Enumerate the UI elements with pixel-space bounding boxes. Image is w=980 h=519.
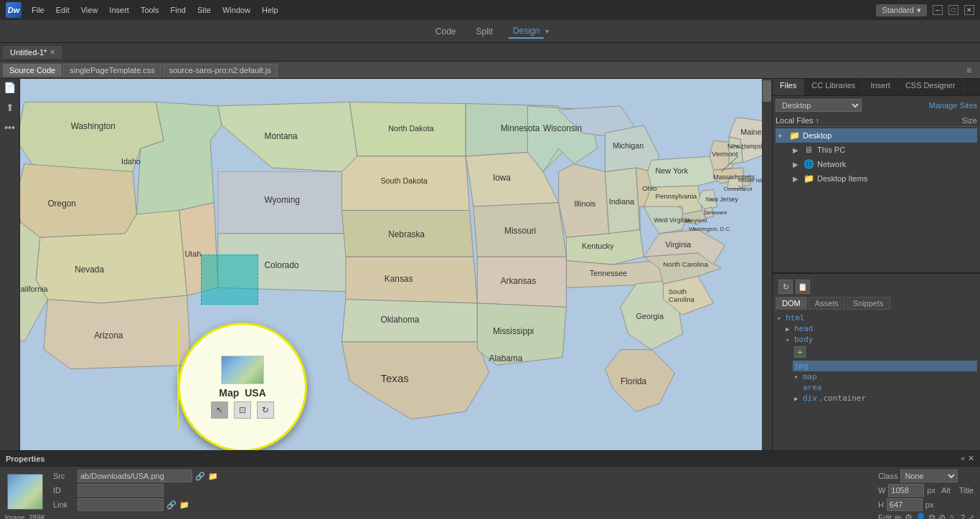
svg-text:South Dakota: South Dakota — [380, 176, 427, 185]
dom-node-div[interactable]: ▶ div .container — [793, 393, 977, 404]
edit-triangle-icon[interactable]: △ — [948, 513, 955, 519]
tree-item-desktop-items[interactable]: ▶ 📁 Desktop Items — [790, 171, 977, 186]
dom-children-map: area — [801, 382, 977, 393]
popup-circle: Map USA ↖ ⊡ ↻ — [178, 323, 307, 450]
menu-help[interactable]: Help — [258, 4, 283, 16]
manage-sites-link[interactable]: Manage Sites — [929, 101, 977, 110]
svg-text:Maine: Maine — [740, 128, 761, 136]
expand-icon[interactable]: ⤢ — [968, 513, 974, 520]
maximize-button[interactable]: □ — [948, 5, 958, 15]
tab-css-designer[interactable]: CSS Designer — [898, 79, 963, 95]
filter-icon[interactable]: ≡ — [961, 65, 977, 75]
tab-cc-libraries[interactable]: CC Libraries — [804, 79, 863, 95]
source-tab-sourcecode[interactable]: Source Code — [3, 64, 62, 77]
edit-block-icon[interactable]: ⊘ — [938, 513, 946, 519]
sidebar-dots-icon[interactable]: ••• — [3, 122, 17, 136]
dom-tab-assets[interactable]: Assets — [809, 297, 845, 310]
id-input[interactable] — [77, 484, 164, 497]
tab-untitled[interactable]: Untitled-1* ✕ — [3, 46, 63, 59]
dom-node-img[interactable]: img — [793, 361, 977, 371]
edit-settings-icon[interactable]: ⚙ — [905, 513, 913, 519]
popup-pointer-tool[interactable]: ↖ — [211, 401, 228, 419]
files-panel: Desktop Manage Sites Local Files ↑ Size … — [773, 96, 980, 272]
props-close[interactable]: ✕ — [968, 454, 974, 463]
props-class-row: Class None — [878, 470, 974, 482]
menu-site[interactable]: Site — [193, 4, 215, 16]
src-folder-icon[interactable]: 📁 — [208, 472, 218, 481]
link-link-icon[interactable]: 🔗 — [166, 500, 176, 510]
desktop-dropdown[interactable]: Desktop — [776, 99, 862, 112]
svg-text:Washington, D.C.: Washington, D.C. — [689, 226, 731, 232]
props-wh-row: W px Alt Title — [878, 484, 974, 497]
usa-map-svg: Washington Oregon Idaho Nevada Californi… — [20, 79, 772, 450]
title-bar-right: Standard ▾ ─ □ ✕ — [876, 4, 974, 16]
menu-window[interactable]: Window — [218, 4, 255, 16]
source-tab-css[interactable]: singlePageTemplate.css — [63, 64, 161, 77]
props-collapse-left[interactable]: « — [961, 454, 965, 463]
popup-crop-tool[interactable]: ⊡ — [234, 401, 251, 419]
dom-add-button[interactable]: + — [794, 346, 806, 358]
sidebar-assets-icon[interactable]: ⬆ — [3, 102, 17, 116]
close-button[interactable]: ✕ — [964, 5, 974, 15]
tab-bar: Untitled-1* ✕ — [0, 43, 980, 62]
help-icon[interactable]: ? — [961, 513, 965, 519]
src-input[interactable] — [77, 470, 192, 482]
tab-close-icon[interactable]: ✕ — [50, 48, 55, 56]
src-link-icon[interactable]: 🔗 — [195, 472, 205, 481]
menu-file[interactable]: File — [27, 4, 49, 16]
menu-edit[interactable]: Edit — [52, 4, 74, 16]
tree-item-desktop[interactable]: ▾ 📁 Desktop — [776, 128, 977, 143]
width-input[interactable] — [888, 484, 924, 497]
menu-view[interactable]: View — [77, 4, 103, 16]
edit-copy-icon[interactable]: ⧉ — [929, 513, 936, 519]
link-input[interactable] — [77, 498, 164, 511]
dom-node-head[interactable]: ▶ head — [784, 323, 977, 334]
link-folder-icon[interactable]: 📁 — [179, 500, 189, 510]
properties-header: Properties « ✕ — [0, 451, 980, 467]
tab-insert[interactable]: Insert — [863, 79, 898, 95]
dom-node-area[interactable]: area — [801, 382, 977, 393]
design-view-button[interactable]: Design — [509, 24, 544, 39]
source-tab-js[interactable]: source-sans-pro:n2:default.js — [163, 64, 278, 77]
menu-tools[interactable]: Tools — [136, 4, 164, 16]
refresh-bar: ↻ 📋 — [776, 277, 977, 297]
dom-add-btn-row: + — [793, 345, 977, 359]
sidebar-files-icon[interactable]: 📄 — [3, 82, 17, 96]
svg-text:Kentucky: Kentucky — [582, 242, 614, 250]
mode-selector[interactable]: Standard ▾ — [876, 4, 927, 16]
refresh-button[interactable]: ↻ — [778, 280, 793, 294]
edit-person-icon[interactable]: 👤 — [915, 513, 926, 519]
menu-insert[interactable]: Insert — [105, 4, 133, 16]
dom-tab-dom[interactable]: DOM — [776, 297, 807, 310]
tree-item-network[interactable]: ▶ 🌐 Network — [790, 157, 977, 171]
svg-text:Montana: Montana — [265, 131, 298, 141]
dom-node-html[interactable]: ▾ html — [776, 313, 977, 323]
dom-tab-snippets[interactable]: Snippets — [847, 297, 890, 310]
dom-node-body[interactable]: ▾ body — [784, 334, 977, 345]
svg-text:Washington: Washington — [71, 121, 116, 131]
file-tree: ▾ 📁 Desktop ▶ 🖥 This PC ▶ 🌐 Network — [776, 128, 977, 186]
svg-text:Vermont: Vermont — [712, 150, 738, 158]
scroll-thumb[interactable] — [763, 80, 771, 102]
svg-text:Carolina: Carolina — [669, 295, 695, 303]
left-sidebar: 📄 ⬆ ••• — [0, 79, 20, 450]
popup-rotate-tool[interactable]: ↻ — [257, 401, 274, 419]
dom-tabs: DOM Assets Snippets — [776, 297, 977, 310]
tab-files[interactable]: Files — [773, 79, 804, 95]
snippet-button[interactable]: 📋 — [796, 280, 810, 294]
class-select[interactable]: None — [900, 470, 958, 482]
design-view-dropdown[interactable]: Design ▾ — [509, 24, 549, 39]
split-view-button[interactable]: Split — [471, 25, 496, 38]
height-input[interactable] — [887, 498, 923, 511]
minimize-button[interactable]: ─ — [933, 5, 943, 15]
menu-find[interactable]: Find — [166, 4, 190, 16]
svg-text:Nebraska: Nebraska — [388, 229, 425, 239]
code-view-button[interactable]: Code — [431, 25, 461, 38]
dom-children-html: ▶ head ▾ body + img — [784, 323, 977, 404]
svg-text:Oregon: Oregon — [47, 199, 76, 209]
local-files-header: Local Files ↑ Size — [776, 115, 977, 127]
dom-node-map[interactable]: ▾ map — [793, 371, 977, 382]
edit-pencil-icon[interactable]: ✏ — [895, 513, 902, 519]
canvas-scrollbar[interactable] — [762, 79, 772, 450]
tree-item-thispc[interactable]: ▶ 🖥 This PC — [790, 143, 977, 157]
